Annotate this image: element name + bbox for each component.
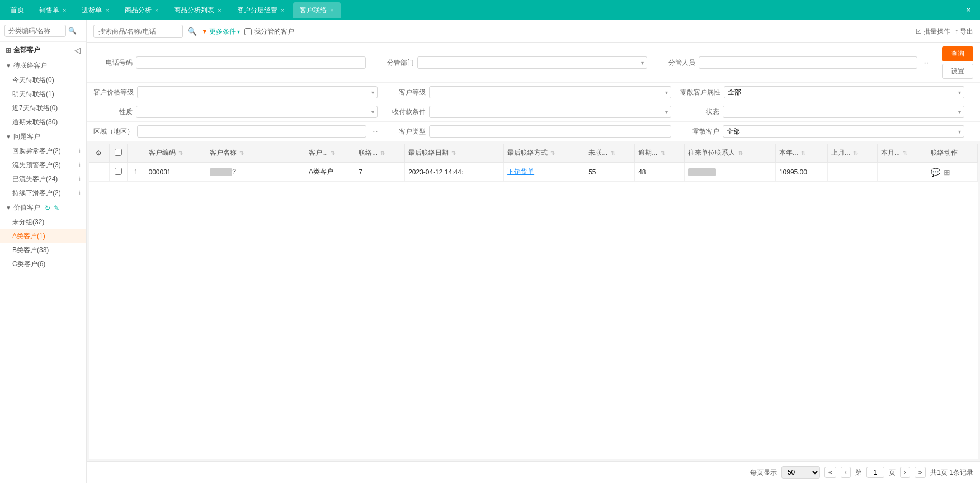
price-level-select[interactable] [137, 86, 378, 98]
dept-label: 分管部门 [375, 58, 414, 68]
filter-funnel-icon: ▼ [201, 27, 208, 35]
nav-home[interactable]: 首页 [4, 2, 30, 18]
customer-level-select[interactable] [429, 86, 671, 98]
sidebar-item-churn-warning[interactable]: 流失预警客户(3) ℹ [0, 158, 86, 172]
nav-tab-analysis[interactable]: 商品分析 × [118, 2, 165, 18]
payment-select[interactable] [429, 106, 671, 118]
col-this-year[interactable]: 本年... ⇅ [775, 144, 827, 163]
col-settings[interactable]: ⚙ [89, 144, 109, 163]
sidebar-item-overdue[interactable]: 逾期未联络(30) [0, 115, 86, 129]
dept-select[interactable] [417, 56, 647, 69]
close-analysis-list-tab[interactable]: × [218, 7, 221, 13]
first-page-btn[interactable]: « [824, 467, 836, 478]
per-page-select[interactable]: 50 100 200 [781, 466, 820, 479]
row-checkbox[interactable] [115, 168, 122, 175]
sidebar-item-unclassified[interactable]: 未分组(32) [0, 215, 86, 229]
sidebar-search-area: 🔍 [0, 20, 86, 42]
col-overdue[interactable]: 逾期... ⇅ [635, 144, 685, 163]
value-customers-group[interactable]: ▼ 价值客户 ↻ ✎ [0, 200, 86, 215]
col-contact-count[interactable]: 联络... ⇅ [355, 144, 405, 163]
sidebar-item-class-b[interactable]: B类客户(33) [0, 243, 86, 257]
col-unit-contact[interactable]: 往来单位联系人 ⇅ [685, 144, 776, 163]
table-row: 1 000031 ? A类客户 7 2023-04-12 14:44: 下销货单… [89, 163, 978, 182]
scatter-attr-label: 零散客户属性 [680, 88, 720, 97]
sidebar-search-input[interactable] [4, 25, 66, 37]
sidebar-item-7days[interactable]: 近7天待联络(0) [0, 101, 86, 115]
page-input[interactable] [866, 467, 884, 478]
prev-page-btn[interactable]: ‹ [841, 467, 851, 478]
filter-search-input[interactable] [93, 25, 183, 38]
next-page-btn[interactable]: › [900, 467, 910, 478]
filter-search-icon[interactable]: 🔍 [187, 27, 197, 36]
customer-type-input[interactable] [429, 125, 671, 138]
row-last-contact-method[interactable]: 下销货单 [504, 163, 585, 182]
close-contact-tab[interactable]: × [330, 7, 333, 13]
my-customers-check[interactable] [244, 28, 252, 35]
row-code[interactable]: 000031 [145, 163, 206, 182]
nav-tab-sales[interactable]: 销售单 × [32, 2, 73, 18]
filter-row-1: 电话号码 分管部门 ▾ 分管人员 ··· [87, 43, 980, 83]
nav-tab-purchase[interactable]: 进货单 × [75, 2, 115, 18]
manager-dots-btn[interactable]: ··· [923, 59, 929, 67]
manager-input[interactable] [699, 56, 917, 69]
col-this-month[interactable]: 本月... ⇅ [877, 144, 927, 163]
col-customer-type[interactable]: 客户... ⇅ [305, 144, 355, 163]
collapse-icon[interactable]: ◁ [74, 46, 81, 55]
top-nav: 首页 销售单 × 进货单 × 商品分析 × 商品分析列表 × 客户分层经营 × … [0, 0, 980, 20]
sidebar-item-declining[interactable]: 持续下滑客户(2) ℹ [0, 186, 86, 200]
nav-tab-customer-contact[interactable]: 客户联络 × [293, 2, 340, 18]
col-last-contact-method[interactable]: 最后联络方式 ⇅ [504, 144, 585, 163]
last-page-btn[interactable]: » [915, 467, 926, 478]
sidebar-item-churned[interactable]: 已流失客户(24) ℹ [0, 172, 86, 186]
col-code[interactable]: 客户编码 ⇅ [145, 144, 206, 163]
region-input[interactable] [137, 125, 366, 138]
batch-ops-btn[interactable]: ☑ 批量操作 [916, 27, 950, 36]
close-analysis-tab[interactable]: × [155, 7, 158, 13]
pending-contact-group[interactable]: ▼ 待联络客户 [0, 58, 86, 73]
row-no-contact: 55 [585, 163, 635, 182]
sidebar-item-today[interactable]: 今天待联络(0) [0, 73, 86, 87]
col-no-contact[interactable]: 未联... ⇅ [585, 144, 635, 163]
col-last-month[interactable]: 上月... ⇅ [827, 144, 877, 163]
sort-date-icon: ⇅ [451, 150, 456, 156]
sidebar-item-class-a[interactable]: A类客户(1) [0, 229, 86, 243]
problem-customers-group[interactable]: ▼ 问题客户 [0, 129, 86, 144]
nav-tab-analysis-list[interactable]: 商品分析列表 × [167, 2, 228, 18]
refresh-icon[interactable]: ↻ [45, 204, 50, 212]
all-customers-header[interactable]: ⊞ 全部客户 ◁ [0, 42, 86, 58]
sidebar-search-icon[interactable]: 🔍 [68, 27, 77, 35]
close-sales-tab[interactable]: × [63, 7, 66, 13]
total-label: 共1页 1条记录 [930, 468, 973, 477]
app-close-button[interactable]: × [962, 3, 976, 17]
col-checkbox[interactable] [109, 144, 127, 163]
sidebar-item-tomorrow[interactable]: 明天待联络(1) [0, 87, 86, 101]
row-checkbox-cell[interactable] [109, 163, 127, 182]
nav-tab-customer-segment[interactable]: 客户分层经营 × [230, 2, 291, 18]
export-btn[interactable]: ↑ 导出 [955, 27, 973, 36]
sidebar-item-repurchase-abnormal[interactable]: 回购异常客户(2) ℹ [0, 144, 86, 158]
name-masked [210, 168, 232, 176]
col-name[interactable]: 客户名称 ⇅ [206, 144, 305, 163]
sidebar-item-class-c[interactable]: C类客户(6) [0, 257, 86, 271]
close-purchase-tab[interactable]: × [105, 7, 109, 13]
chat-icon[interactable]: 💬 [931, 168, 940, 177]
col-last-contact-date[interactable]: 最后联络日期 ⇅ [405, 144, 504, 163]
my-customers-checkbox[interactable]: 我分管的客户 [244, 27, 294, 36]
setting-button[interactable]: 设置 [942, 64, 973, 79]
contact-method-link[interactable]: 下销货单 [507, 168, 534, 176]
filter-cell-status: 状态 ▾ [680, 106, 973, 118]
region-dots-btn[interactable]: ··· [372, 127, 378, 135]
info-icon-4: ℹ [78, 190, 81, 197]
nature-select[interactable] [136, 106, 378, 118]
query-button[interactable]: 查询 [942, 46, 973, 61]
more-conditions-btn[interactable]: ▼ 更多条件 ▾ [201, 27, 240, 36]
close-segment-tab[interactable]: × [281, 7, 284, 13]
select-all-checkbox[interactable] [115, 149, 122, 156]
customer-table: ⚙ 客户编码 ⇅ 客户名称 ⇅ [89, 144, 978, 182]
status-select[interactable] [723, 106, 964, 118]
grid-action-icon[interactable]: ⊞ [944, 168, 950, 177]
edit-icon[interactable]: ✎ [54, 204, 59, 212]
scatter-attr-select[interactable]: 全部 [724, 86, 964, 98]
scatter-customer-select[interactable]: 全部 [723, 125, 964, 138]
phone-input[interactable] [136, 56, 366, 69]
